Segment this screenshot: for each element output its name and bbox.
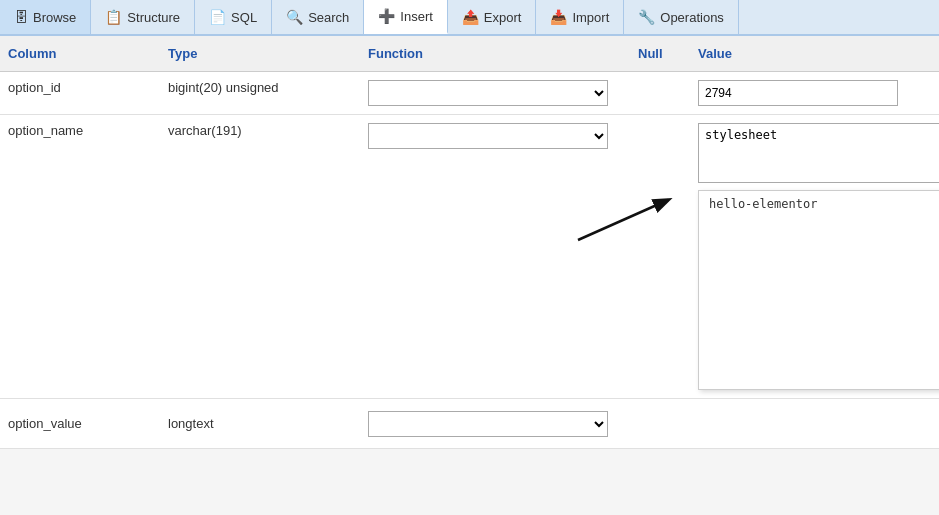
autocomplete-value: hello-elementor [709,197,817,211]
option-name-value-textarea[interactable]: stylesheet [698,123,939,183]
nav-operations-label: Operations [660,10,724,25]
operations-icon: 🔧 [638,9,655,25]
browse-icon: 🗄 [14,9,28,25]
option-id-value-cell [690,72,939,114]
table-row: option_id bigint(20) unsigned [0,72,939,115]
nav-search-label: Search [308,10,349,25]
col-header-column: Column [0,42,160,65]
insert-icon: ➕ [378,8,395,24]
option-value-type: longtext [160,408,360,439]
content-area: Column Type Function Null Value option_i… [0,36,939,449]
nav-search[interactable]: 🔍 Search [272,0,364,34]
nav-import[interactable]: 📥 Import [536,0,624,34]
nav-export[interactable]: 📤 Export [448,0,537,34]
option-id-name: option_id [0,72,160,103]
col-header-function: Function [360,42,630,65]
option-id-null-cell [630,72,690,88]
nav-browse[interactable]: 🗄 Browse [0,0,91,34]
arrow-annotation [568,180,688,260]
option-value-name: option_value [0,408,160,439]
nav-operations[interactable]: 🔧 Operations [624,0,739,34]
option-name-name: option_name [0,115,160,146]
nav-structure-label: Structure [127,10,180,25]
option-value-value-cell [690,416,939,432]
structure-icon: 📋 [105,9,122,25]
nav-import-label: Import [572,10,609,25]
nav-sql-label: SQL [231,10,257,25]
nav-insert-label: Insert [400,9,433,24]
option-id-function-select[interactable] [368,80,608,106]
nav-structure[interactable]: 📋 Structure [91,0,195,34]
option-name-function-select[interactable] [368,123,608,149]
option-id-value-input[interactable] [698,80,898,106]
option-name-function-cell [360,115,630,157]
option-value-function-cell [360,403,630,445]
option-name-null-cell [630,115,690,131]
svg-line-1 [578,200,668,240]
col-header-value: Value [690,42,939,65]
option-value-function-select[interactable] [368,411,608,437]
option-id-function-cell [360,72,630,114]
nav-browse-label: Browse [33,10,76,25]
option-id-type: bigint(20) unsigned [160,72,360,103]
nav-export-label: Export [484,10,522,25]
sql-icon: 📄 [209,9,226,25]
nav-sql[interactable]: 📄 SQL [195,0,272,34]
export-icon: 📤 [462,9,479,25]
navbar: 🗄 Browse 📋 Structure 📄 SQL 🔍 Search ➕ In… [0,0,939,36]
import-icon: 📥 [550,9,567,25]
search-icon: 🔍 [286,9,303,25]
col-header-type: Type [160,42,360,65]
option-value-null-cell [630,416,690,432]
autocomplete-box[interactable]: hello-elementor [698,190,939,390]
table-row: option_value longtext [0,399,939,449]
table-header: Column Type Function Null Value [0,36,939,72]
nav-insert[interactable]: ➕ Insert [364,0,448,34]
option-name-value-cell: stylesheet hello-elementor [690,115,939,398]
table-row: option_name varchar(191) stylesheet hell… [0,115,939,399]
option-name-type: varchar(191) [160,115,360,146]
col-header-null: Null [630,42,690,65]
app-container: 🗄 Browse 📋 Structure 📄 SQL 🔍 Search ➕ In… [0,0,939,449]
